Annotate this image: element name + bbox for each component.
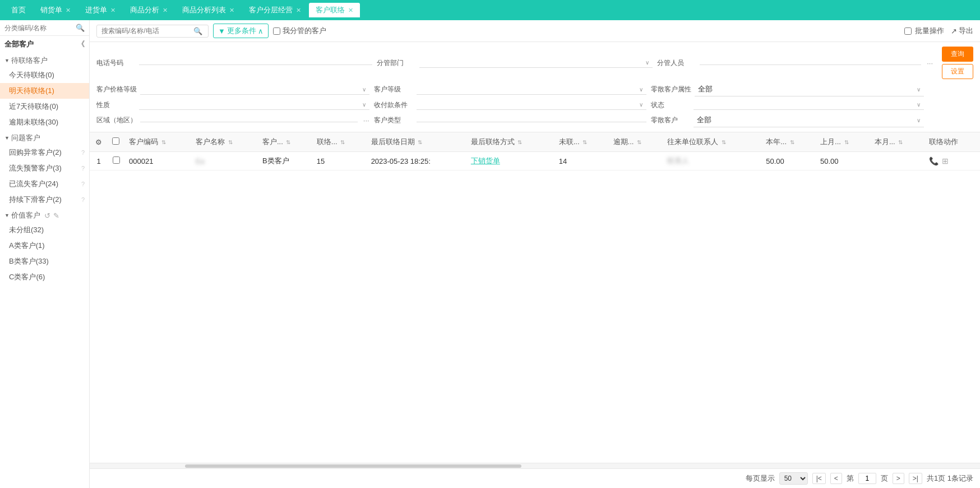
- sidebar-search-input[interactable]: [4, 24, 73, 32]
- filter-customer-type: 客户类型: [374, 116, 647, 125]
- prev-page-btn[interactable]: <: [830, 473, 842, 484]
- retail-select[interactable]: 全部 ∨: [694, 113, 924, 127]
- query-button[interactable]: 查询: [942, 47, 973, 62]
- sidebar-item-class-a[interactable]: A类客户(1): [0, 238, 89, 254]
- settings-icon[interactable]: ⚙: [95, 138, 102, 146]
- sort-icon[interactable]: ⇅: [340, 139, 345, 145]
- sidebar-item-unclassified[interactable]: 未分组(32): [0, 222, 89, 238]
- close-icon[interactable]: ✕: [229, 7, 234, 14]
- retail-attr-select[interactable]: 全部 ∨: [695, 82, 924, 96]
- status-select[interactable]: ∨: [694, 100, 924, 110]
- close-icon[interactable]: ✕: [348, 7, 353, 14]
- payment-select[interactable]: ∨: [417, 100, 647, 110]
- my-customers-check[interactable]: [273, 27, 280, 35]
- nav-product-analysis[interactable]: 商品分析 ✕: [123, 3, 174, 17]
- group-problem-customers[interactable]: 问题客户: [0, 130, 89, 145]
- help-icon[interactable]: ?: [81, 196, 85, 203]
- nav-product-analysis-list[interactable]: 商品分析列表 ✕: [175, 3, 241, 17]
- chevron-down-icon: ∨: [639, 102, 643, 108]
- sidebar-search-box: 🔍: [0, 20, 89, 36]
- first-page-btn[interactable]: |<: [812, 473, 826, 484]
- phone-input[interactable]: [139, 61, 372, 65]
- row-select-checkbox[interactable]: [113, 156, 120, 164]
- filter-payment: 收付款条件 ∨: [374, 100, 647, 110]
- batch-op-button[interactable]: 批量操作: [904, 26, 944, 36]
- group-pending-contact[interactable]: 待联络客户: [0, 53, 89, 67]
- next-page-btn[interactable]: >: [893, 473, 904, 484]
- page-number-input[interactable]: [858, 473, 876, 484]
- edit-icon[interactable]: ✎: [53, 211, 59, 220]
- filter-dept: 分管部门 ∨: [377, 58, 653, 68]
- sort-icon[interactable]: ⇅: [898, 139, 903, 145]
- sidebar-item-today[interactable]: 今天待联络(0): [0, 67, 89, 83]
- table-row: 1 000021 Ea B类客户: [90, 152, 980, 171]
- row-last-contact-method[interactable]: 下销货单: [466, 152, 554, 171]
- sidebar-search-icon[interactable]: 🔍: [76, 24, 85, 32]
- total-records-label: 共1页 1条记录: [927, 473, 973, 484]
- help-icon[interactable]: ?: [81, 165, 85, 172]
- sidebar-item-lost[interactable]: 已流失客户(24) ?: [0, 176, 89, 192]
- col-not-contacted: 未联... ⇅: [554, 132, 609, 152]
- sort-icon[interactable]: ⇅: [228, 139, 233, 145]
- sidebar-item-class-b[interactable]: B类客户(33): [0, 254, 89, 269]
- sort-icon[interactable]: ⇅: [722, 139, 726, 145]
- sidebar-item-class-c[interactable]: C类客户(6): [0, 269, 89, 285]
- nav-customer-contact[interactable]: 客户联络 ✕: [309, 3, 360, 17]
- sort-icon[interactable]: ⇅: [844, 139, 849, 145]
- more-action-icon[interactable]: ⊞: [942, 156, 949, 165]
- search-input[interactable]: [101, 27, 191, 35]
- close-icon[interactable]: ✕: [296, 7, 301, 14]
- filter-label: 性质: [96, 100, 136, 110]
- nav-customer-tier[interactable]: 客户分层经营 ✕: [242, 3, 308, 17]
- price-level-select[interactable]: ∨: [140, 85, 369, 95]
- select-all-checkbox[interactable]: [112, 137, 119, 145]
- per-page-select[interactable]: 50 100 200: [779, 472, 808, 485]
- chevron-down-icon: ∨: [639, 86, 643, 93]
- customer-level-select[interactable]: ∨: [417, 85, 647, 95]
- sidebar-item-repurchase-abnormal[interactable]: 回购异常客户(2) ?: [0, 145, 89, 160]
- dept-select[interactable]: ∨: [419, 58, 653, 68]
- sidebar-item-lost-risk[interactable]: 流失预警客户(3) ?: [0, 160, 89, 176]
- region-select[interactable]: [140, 118, 358, 122]
- batch-checkbox[interactable]: [904, 27, 912, 35]
- phone-action-icon[interactable]: 📞: [929, 156, 939, 165]
- close-icon[interactable]: ✕: [110, 7, 115, 14]
- all-customers-header[interactable]: 全部客户 《: [0, 36, 89, 53]
- search-button[interactable]: 🔍: [193, 27, 202, 35]
- sort-icon[interactable]: ⇅: [583, 139, 587, 145]
- help-icon[interactable]: ?: [81, 149, 85, 156]
- nav-home[interactable]: 首页: [4, 3, 33, 17]
- col-settings[interactable]: ⚙: [90, 132, 108, 152]
- sidebar-item-tomorrow[interactable]: 明天待联络(1): [0, 83, 89, 99]
- sidebar-item-week7[interactable]: 近7天待联络(0): [0, 99, 89, 114]
- row-checkbox: [108, 152, 124, 171]
- group-value-customers[interactable]: 价值客户 ↺ ✎: [0, 208, 89, 222]
- sort-icon[interactable]: ⇅: [286, 139, 290, 145]
- last-page-btn[interactable]: >|: [909, 473, 922, 484]
- export-button[interactable]: ↗ 导出: [951, 26, 973, 36]
- sort-icon[interactable]: ⇅: [790, 139, 794, 145]
- more-dots[interactable]: ···: [927, 59, 933, 67]
- sort-icon[interactable]: ⇅: [637, 139, 641, 145]
- nav-purchase-order[interactable]: 进货单 ✕: [78, 3, 122, 17]
- more-dots[interactable]: ···: [363, 116, 369, 125]
- sort-icon[interactable]: ⇅: [161, 139, 166, 145]
- close-icon[interactable]: ✕: [66, 7, 71, 14]
- sort-icon[interactable]: ⇅: [418, 139, 422, 145]
- person-select[interactable]: [700, 61, 921, 65]
- nav-sales-order[interactable]: 销货单 ✕: [34, 3, 77, 17]
- sidebar: 🔍 全部客户 《 待联络客户 今天待联络(0) 明天待联络(1) 近7天待联络(…: [0, 20, 90, 488]
- sort-icon[interactable]: ⇅: [517, 139, 522, 145]
- more-filter-button[interactable]: ▼ 更多条件 ∧: [213, 24, 269, 38]
- settings-button[interactable]: 设置: [942, 64, 973, 79]
- sidebar-item-overdue[interactable]: 逾期未联络(30): [0, 114, 89, 130]
- refresh-icon[interactable]: ↺: [44, 211, 50, 220]
- sidebar-item-continuous-decline[interactable]: 持续下滑客户(2) ?: [0, 192, 89, 208]
- customer-type-select[interactable]: [417, 118, 647, 122]
- nature-select[interactable]: ∨: [139, 100, 369, 110]
- my-customers-checkbox[interactable]: 我分管的客户: [273, 26, 326, 36]
- help-icon[interactable]: ?: [81, 181, 85, 187]
- scrollbar-thumb[interactable]: [185, 464, 521, 468]
- close-icon[interactable]: ✕: [163, 7, 168, 14]
- horizontal-scrollbar[interactable]: [90, 463, 980, 468]
